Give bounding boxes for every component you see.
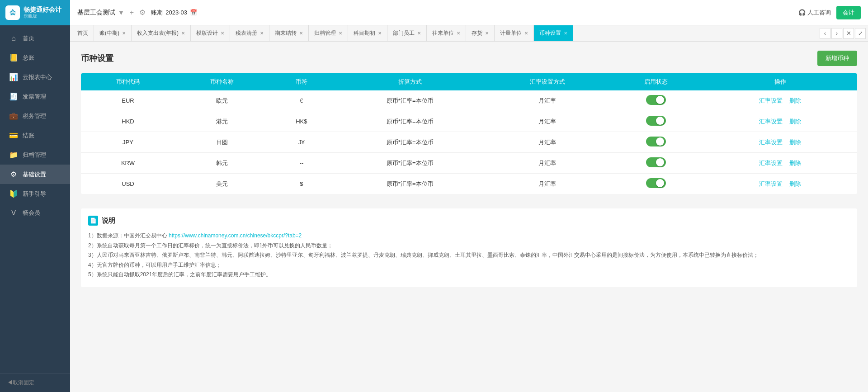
tab-close-all-button[interactable]: ✕ <box>843 28 854 39</box>
tab-close-icon[interactable]: ✕ <box>339 31 342 36</box>
status-toggle[interactable] <box>646 137 666 146</box>
sidebar-item-tax[interactable]: 💼 税务管理 <box>0 106 70 126</box>
rate-setting-link[interactable]: 汇率设置 <box>759 139 783 146</box>
rate-setting-link[interactable]: 汇率设置 <box>759 118 783 125</box>
sidebar-collapse-button[interactable]: ◀取消固定 <box>0 373 70 392</box>
sidebar-item-archive[interactable]: 📁 归档管理 <box>0 145 70 165</box>
sidebar-item-label: 云报表中心 <box>23 73 52 81</box>
member-icon: V <box>9 209 18 217</box>
currency-table: 币种代码 币种名称 币符 折算方式 汇率设置方式 启用状态 操作 EUR 欧元 … <box>81 73 857 194</box>
delete-link[interactable]: 删除 <box>789 118 801 125</box>
main-area: 基层工会测试 ▼ + ⚙ 账期 2023-03 📅 🎧 人工咨询 会计 首页 账… <box>70 0 868 392</box>
cell-name: 欧元 <box>175 90 269 111</box>
sidebar-item-reports[interactable]: 📊 云报表中心 <box>0 67 70 87</box>
delete-link[interactable]: 删除 <box>789 97 801 104</box>
sidebar-item-home[interactable]: ⌂ 首页 <box>0 29 70 48</box>
tab-currency[interactable]: 币种设置 ✕ <box>534 25 573 41</box>
tab-close-icon[interactable]: ✕ <box>524 31 528 36</box>
tab-close-icon[interactable]: ✕ <box>485 31 489 36</box>
sidebar-item-settle[interactable]: 💳 结账 <box>0 126 70 145</box>
tab-fullscreen-button[interactable]: ⤢ <box>855 28 866 39</box>
tab-period-close[interactable]: 期末结转 ✕ <box>269 25 309 41</box>
delete-link[interactable]: 删除 <box>789 160 801 166</box>
tax-icon: 💼 <box>9 112 18 120</box>
cell-actions: 汇率设置 删除 <box>703 174 857 194</box>
calendar-icon[interactable]: 📅 <box>190 9 197 16</box>
tab-close-icon[interactable]: ✕ <box>457 31 460 36</box>
page-header: 币种设置 新增币种 <box>81 51 857 66</box>
tab-prev-button[interactable]: ‹ <box>820 28 830 39</box>
new-currency-button[interactable]: 新增币种 <box>817 51 857 66</box>
cell-symbol: € <box>269 90 334 111</box>
delete-link[interactable]: 删除 <box>789 180 801 187</box>
rate-setting-link[interactable]: 汇率设置 <box>759 180 783 187</box>
note-item-5: 5）系统只能自动抓取2021年度后的汇率，之前年度汇率需要用户手工维护。 <box>88 270 850 280</box>
table-body: EUR 欧元 € 原币*汇率=本位币 月汇率 汇率设置 删除 HKD 港元 HK… <box>81 90 857 194</box>
rate-setting-link[interactable]: 汇率设置 <box>759 97 783 104</box>
service-button[interactable]: 🎧 人工咨询 <box>798 9 831 17</box>
tab-next-button[interactable]: › <box>831 28 842 39</box>
period-label: 账期 <box>151 9 163 17</box>
tab-close-icon[interactable]: ✕ <box>181 31 185 36</box>
delete-link[interactable]: 删除 <box>789 139 801 146</box>
rate-setting-link[interactable]: 汇率设置 <box>759 160 783 166</box>
tab-label: 账(中期) <box>99 29 119 37</box>
cell-code: JPY <box>81 132 175 153</box>
company-name: 基层工会测试 <box>77 9 115 17</box>
settle-icon: 💳 <box>9 131 18 140</box>
tabbar: 首页 账(中期) ✕ 收入支出表(年报) ✕ 模版设计 ✕ 税表清册 ✕ 期末结… <box>70 25 868 42</box>
col-header-status: 启用状态 <box>609 73 703 90</box>
col-header-symbol: 币符 <box>269 73 334 90</box>
period-value: 2023-03 <box>165 9 187 16</box>
chinamoney-link[interactable]: https://www.chinamoney.com.cn/chinese/bk… <box>169 232 302 239</box>
tab-department[interactable]: 部门员工 ✕ <box>387 25 427 41</box>
sidebar-item-guide[interactable]: 🔰 新手引导 <box>0 184 70 203</box>
sidebar-item-label: 首页 <box>23 34 34 43</box>
tab-archive[interactable]: 归档管理 ✕ <box>309 25 348 41</box>
sidebar-item-settings[interactable]: ⚙ 基础设置 <box>0 165 70 184</box>
tab-close-icon[interactable]: ✕ <box>564 31 567 36</box>
sidebar-item-label: 畅会员 <box>23 209 40 217</box>
cell-symbol: HK$ <box>269 111 334 132</box>
cell-code: HKD <box>81 111 175 132</box>
tab-account-mid[interactable]: 账(中期) ✕ <box>94 25 132 41</box>
company-dropdown-icon[interactable]: ▼ <box>118 9 124 16</box>
company-settings-icon[interactable]: ⚙ <box>139 8 146 17</box>
tab-close-icon[interactable]: ✕ <box>378 31 382 36</box>
tab-income-report[interactable]: 收入支出表(年报) ✕ <box>132 25 191 41</box>
tab-close-icon[interactable]: ✕ <box>221 31 224 36</box>
tab-template[interactable]: 模版设计 ✕ <box>191 25 230 41</box>
cell-method: 原币*汇率=本位币 <box>334 132 486 153</box>
tab-subject-init[interactable]: 科目期初 ✕ <box>348 25 387 41</box>
status-toggle[interactable] <box>646 95 666 105</box>
sidebar-item-general-ledger[interactable]: 📒 总账 <box>0 48 70 67</box>
col-header-name: 币种名称 <box>175 73 269 90</box>
cell-code: EUR <box>81 90 175 111</box>
note-item-1: 1）数据来源：中国外汇交易中心 https://www.chinamoney.c… <box>88 231 850 241</box>
app-edition: 旗舰版 <box>24 13 61 19</box>
add-company-button[interactable]: + <box>130 9 134 17</box>
sidebar-item-label: 税务管理 <box>23 112 46 120</box>
cell-method: 原币*汇率=本位币 <box>334 90 486 111</box>
tab-close-icon[interactable]: ✕ <box>299 31 303 36</box>
tab-close-icon[interactable]: ✕ <box>417 31 421 36</box>
tab-close-icon[interactable]: ✕ <box>122 31 126 36</box>
status-toggle[interactable] <box>646 157 666 167</box>
tab-counterparty[interactable]: 往来单位 ✕ <box>427 25 466 41</box>
tab-close-icon[interactable]: ✕ <box>260 31 264 36</box>
tab-home[interactable]: 首页 <box>72 25 94 41</box>
status-toggle[interactable] <box>646 116 666 126</box>
tab-label: 归档管理 <box>314 29 336 37</box>
sidebar-item-member[interactable]: V 畅会员 <box>0 203 70 222</box>
cell-code: USD <box>81 174 175 194</box>
cell-status <box>609 90 703 111</box>
account-button[interactable]: 会计 <box>836 6 861 19</box>
cell-symbol: J¥ <box>269 132 334 153</box>
tab-unit[interactable]: 计量单位 ✕ <box>495 25 534 41</box>
company-selector[interactable]: 基层工会测试 ▼ <box>77 9 124 17</box>
tab-tax-table[interactable]: 税表清册 ✕ <box>230 25 269 41</box>
sidebar-item-invoice[interactable]: 🧾 发票管理 <box>0 87 70 106</box>
status-toggle[interactable] <box>646 178 666 188</box>
cell-method: 原币*汇率=本位币 <box>334 111 486 132</box>
tab-inventory[interactable]: 存货 ✕ <box>466 25 495 41</box>
